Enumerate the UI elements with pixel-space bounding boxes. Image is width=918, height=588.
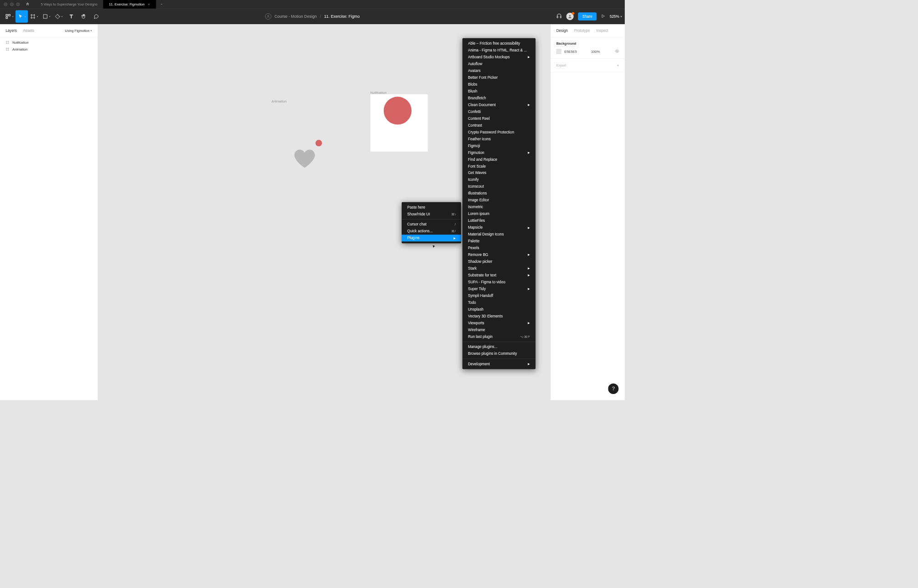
close-icon[interactable]: ✕ (148, 2, 150, 6)
plugin-item[interactable]: Unsplash (462, 306, 536, 313)
plugin-item[interactable]: Feather Icons (462, 135, 536, 142)
ctx-plugins[interactable]: Plugins▶ (402, 235, 461, 241)
plugin-item[interactable]: Figmoji (462, 142, 536, 149)
home-icon[interactable] (26, 2, 30, 7)
plugin-item[interactable]: Pexels (462, 245, 536, 251)
plugin-item[interactable]: Substrate for text▶ (462, 272, 536, 279)
breadcrumb-file[interactable]: 11. Exercise: Figmo (324, 14, 360, 19)
plugin-label: Blush (468, 89, 477, 93)
plugin-label: Iconscout (468, 184, 484, 189)
plugin-item[interactable]: Blush (462, 88, 536, 95)
close-window[interactable] (4, 2, 7, 6)
ctx-paste-here[interactable]: Paste here (402, 204, 461, 211)
plugin-item[interactable]: Lorem ipsum (462, 210, 536, 217)
plugin-item[interactable]: Todo (462, 299, 536, 306)
frame-label[interactable]: Notifcation (370, 91, 386, 94)
plugin-item[interactable]: Illustrations (462, 190, 536, 197)
tab-design[interactable]: Design (556, 28, 568, 33)
plugin-item[interactable]: Shadow picker (462, 258, 536, 265)
plugin-item[interactable]: Wireframe (462, 327, 536, 333)
plugin-item[interactable]: Iconscout (462, 183, 536, 190)
plugin-item[interactable]: Font Scale (462, 163, 536, 169)
user-icon[interactable] (265, 13, 271, 20)
minimize-window[interactable] (10, 2, 14, 6)
frame-label[interactable]: Animation (271, 99, 286, 103)
plugin-item[interactable]: SUPA - Figma to video (462, 279, 536, 286)
plugin-browse[interactable]: Browse plugins in Community (462, 350, 536, 357)
file-tab[interactable]: 5 Ways to Supercharge Your Designs (36, 0, 103, 9)
plugin-item[interactable]: Stark▶ (462, 265, 536, 272)
text-tool[interactable] (65, 10, 77, 22)
page-selector[interactable]: Using Figmotion ▾ (65, 29, 92, 32)
ctx-cursor-chat[interactable]: Cursor chat/ (402, 221, 461, 228)
plugin-item[interactable]: Content Reel (462, 115, 536, 122)
add-export-icon[interactable]: + (617, 63, 619, 68)
hex-value[interactable]: E5E5E5 (564, 50, 583, 53)
plugin-item[interactable]: Image Editor (462, 197, 536, 204)
tab-inspect[interactable]: Inspect (596, 28, 608, 33)
plugin-item[interactable]: Figmotion▶ (462, 149, 536, 156)
plugin-item[interactable]: Confetti (462, 108, 536, 115)
move-tool[interactable]: ▾ (15, 10, 28, 22)
file-tab-active[interactable]: 11. Exercise: Figmotion ✕ (103, 0, 156, 9)
plugin-item[interactable]: Find and Replace (462, 156, 536, 163)
plugin-item[interactable]: Palette (462, 238, 536, 245)
plugin-item[interactable]: Iconify (462, 176, 536, 183)
plugin-item[interactable]: Viewports▶ (462, 320, 536, 327)
layer-item[interactable]: Animation (0, 46, 97, 53)
avatar[interactable] (566, 13, 574, 20)
plugin-item[interactable]: Avatars (462, 67, 536, 74)
canvas[interactable]: Animation Notifcation Paste here Show/Hi… (98, 24, 551, 400)
plugin-item[interactable]: Better Font Picker (462, 74, 536, 81)
plugin-run-last[interactable]: Run last plugin⌥⌘P (462, 333, 536, 340)
main-menu-button[interactable]: ▾ (3, 10, 15, 22)
plugin-item[interactable]: Autoflow (462, 61, 536, 67)
plugin-item[interactable]: Get Waves (462, 169, 536, 176)
plugin-item[interactable]: Isometric (462, 204, 536, 210)
tab-prototype[interactable]: Prototype (574, 28, 590, 33)
hand-tool[interactable] (77, 10, 90, 22)
breadcrumb-project[interactable]: Course - Motion Design (275, 14, 317, 19)
shape-tool[interactable]: ▾ (40, 10, 52, 22)
plugin-manage[interactable]: Manage plugins... (462, 343, 536, 350)
notification-frame[interactable] (370, 94, 428, 152)
notification-dot[interactable] (316, 140, 322, 146)
plugin-item[interactable]: LottieFiles (462, 217, 536, 224)
frame-tool[interactable]: ▾ (28, 10, 40, 22)
plugin-item[interactable]: Super Tidy▶ (462, 286, 536, 292)
plugin-item[interactable]: Able – Friction free accessibility (462, 40, 536, 47)
eye-icon[interactable] (615, 49, 619, 54)
plugin-item[interactable]: Crypto Password Protection (462, 128, 536, 135)
audio-icon[interactable] (556, 13, 562, 20)
help-button[interactable]: ? (608, 383, 618, 394)
plugin-item[interactable]: Contrast (462, 122, 536, 128)
plugin-item[interactable]: Brandfetch (462, 95, 536, 102)
opacity-value[interactable]: 100% (591, 50, 600, 53)
new-tab-button[interactable]: + (156, 0, 167, 9)
share-button[interactable]: Share (578, 12, 597, 20)
tab-assets[interactable]: Assets (23, 28, 34, 33)
tab-layers[interactable]: Layers (5, 28, 17, 33)
pen-tool[interactable]: ▾ (53, 10, 65, 22)
heart-shape[interactable] (291, 147, 317, 172)
plugin-item[interactable]: Material Design Icons (462, 231, 536, 238)
zoom-control[interactable]: 525% ▾ (610, 14, 622, 19)
color-swatch[interactable] (556, 49, 561, 54)
plugin-item[interactable]: Remove BG▶ (462, 251, 536, 258)
plugin-item[interactable]: Artboard Studio Mockups▶ (462, 54, 536, 61)
plugin-development[interactable]: Development▶ (462, 361, 536, 368)
circle-shape[interactable] (384, 97, 412, 124)
comment-tool[interactable] (90, 10, 102, 22)
present-icon[interactable] (601, 14, 606, 19)
plugin-item[interactable]: Mapsicle▶ (462, 224, 536, 231)
ctx-quick-actions[interactable]: Quick actions...⌘/ (402, 228, 461, 235)
plugin-item[interactable]: Blobs (462, 81, 536, 88)
maximize-window[interactable] (16, 2, 20, 6)
layer-item[interactable]: Notifcation (0, 39, 97, 46)
plugin-item[interactable]: Clean Document▶ (462, 102, 536, 108)
plugin-item[interactable]: Sympli Handoff (462, 292, 536, 299)
color-row[interactable]: E5E5E5 100% (556, 49, 619, 54)
plugin-item[interactable]: Anima - Figma to HTML, React & ... (462, 47, 536, 54)
plugin-item[interactable]: Vectary 3D Elements (462, 313, 536, 320)
ctx-show-hide-ui[interactable]: Show/Hide UI⌘\ (402, 211, 461, 218)
